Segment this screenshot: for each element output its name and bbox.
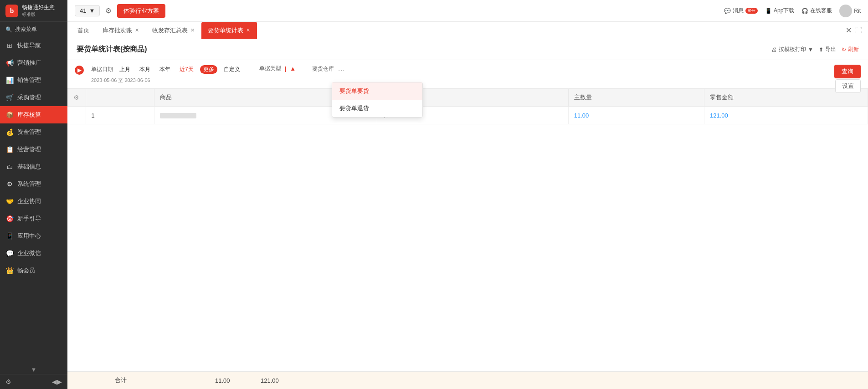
sidebar-item-wechat[interactable]: 💬企业微信 — [0, 245, 67, 262]
store-selector[interactable]: 41 ▼ — [75, 5, 100, 16]
amount-link[interactable]: 121.00 — [710, 112, 728, 119]
message-action[interactable]: 💬 消息 99+ — [724, 7, 758, 15]
page-title: 要货单统计表(按商品) — [77, 45, 147, 54]
date-last-month[interactable]: 上月 — [117, 65, 133, 74]
export-action[interactable]: ⬆ 导出 — [819, 46, 836, 53]
tab-inventory-batch[interactable]: 库存批次账✕ — [96, 22, 146, 39]
column-settings-icon[interactable]: ⚙ — [73, 94, 79, 101]
tab-home[interactable]: 首页 — [71, 22, 96, 39]
type-filter-label: 单据类型 — [259, 65, 281, 72]
headset-icon: 🎧 — [801, 8, 808, 14]
table-body: 1 块 11.00 121.00 — [67, 107, 868, 124]
tab-label-home: 首页 — [77, 26, 89, 35]
export-icon: ⬆ — [819, 46, 823, 53]
col-settings-header: ⚙ — [67, 89, 86, 107]
sidebar-item-purchase[interactable]: 🛒采购管理 — [0, 89, 67, 106]
header-settings-icon[interactable]: ⚙ — [105, 6, 112, 15]
warehouse-more-icon[interactable]: … — [338, 65, 345, 73]
sidebar-item-basic[interactable]: 🗂基础信息 — [0, 158, 67, 175]
date-custom[interactable]: 自定义 — [221, 65, 243, 74]
date-filter-label: 单据日期 — [91, 66, 113, 73]
sidebar-item-sales[interactable]: 📊销售管理 — [0, 72, 67, 89]
tab-receivable-summary[interactable]: 收发存汇总表✕ — [146, 22, 201, 39]
app-download-action[interactable]: 📱 App下载 — [765, 7, 794, 15]
table-row: 1 块 11.00 121.00 — [67, 107, 868, 124]
settings-icon[interactable]: ⚙ — [5, 378, 11, 385]
refresh-action[interactable]: ↻ 刷新 — [842, 46, 859, 53]
sidebar-item-operation[interactable]: 📋经营管理 — [0, 141, 67, 158]
tab-order-summary[interactable]: 要货单统计表✕ — [201, 22, 257, 39]
tab-close-receivable-summary[interactable]: ✕ — [190, 27, 195, 33]
print-action[interactable]: 🖨 按模板打印 ▼ — [771, 46, 813, 53]
tab-close-inventory-batch[interactable]: ✕ — [135, 27, 139, 33]
main-area: 41 ▼ ⚙ 体验行业方案 💬 消息 99+ 📱 App下载 🎧 在线客服 — [67, 0, 868, 389]
window-controls: ✕ ⛶ — [840, 26, 868, 35]
sidebar-footer: ⚙ ◀▶ — [0, 374, 67, 389]
trial-button[interactable]: 体验行业方案 — [117, 4, 165, 18]
sidebar: b 畅捷通好生意 标准版 🔍 搜索菜单 ⊞快捷导航📢营销推广📊销售管理🛒采购管理… — [0, 0, 67, 389]
nav-label-basic: 基础信息 — [17, 163, 41, 171]
collapse-icon[interactable]: ◀▶ — [52, 378, 62, 385]
user-name: Rit — [854, 8, 861, 14]
logo-name: 畅捷通好生意 — [22, 4, 55, 11]
nav-label-guide: 新手引导 — [17, 215, 41, 223]
sidebar-item-appstore[interactable]: 📱应用中心 — [0, 227, 67, 245]
dropdown-item-incoming[interactable]: 要货单要货 — [332, 82, 422, 100]
nav-label-member: 畅会员 — [17, 266, 35, 275]
export-label: 导出 — [825, 46, 836, 53]
date-recent-7[interactable]: 近7天 — [177, 65, 196, 74]
search-menu[interactable]: 🔍 搜索菜单 — [0, 22, 67, 37]
dropdown-item-return[interactable]: 要货单退货 — [332, 100, 422, 117]
col-index-header — [86, 89, 154, 107]
date-this-year[interactable]: 本年 — [157, 65, 173, 74]
query-button[interactable]: 查询 — [834, 65, 861, 78]
sidebar-item-member[interactable]: 👑畅会员 — [0, 262, 67, 279]
tab-label-inventory-batch: 库存批次账 — [103, 26, 132, 35]
support-action[interactable]: 🎧 在线客服 — [801, 7, 832, 15]
maximize-icon[interactable]: ⛶ — [855, 26, 863, 35]
nav-icon-member: 👑 — [5, 266, 14, 275]
sidebar-item-system[interactable]: ⚙系统管理 — [0, 175, 67, 193]
cell-index: 1 — [86, 107, 154, 124]
warehouse-filter-section: 要货仓库 … — [312, 65, 349, 73]
chevron-down-icon: ▼ — [89, 7, 95, 14]
nav-label-purchase: 采购管理 — [17, 93, 41, 102]
sidebar-item-inventory[interactable]: 📦库存核算 — [0, 106, 67, 123]
nav-label-inventory: 库存核算 — [17, 111, 41, 119]
nav-label-sales: 销售管理 — [17, 76, 41, 84]
tab-bar: 首页库存批次账✕收发存汇总表✕要货单统计表✕ ✕ ⛶ — [67, 22, 868, 39]
sidebar-item-enterprise[interactable]: 🤝企业协同 — [0, 193, 67, 210]
minimize-icon[interactable]: ✕ — [846, 26, 852, 35]
sidebar-item-quick-nav[interactable]: ⊞快捷导航 — [0, 37, 67, 54]
sidebar-item-finance[interactable]: 💰资金管理 — [0, 123, 67, 141]
tab-close-order-summary[interactable]: ✕ — [246, 27, 250, 33]
nav-icon-operation: 📋 — [5, 145, 14, 154]
footer-quantity: 11.00 — [210, 377, 255, 384]
nav-label-quick-nav: 快捷导航 — [17, 41, 41, 50]
table-header-row: ⚙ 商品 主计量单位 主数量 零售金额 — [67, 89, 868, 107]
logo-subtitle: 标准版 — [22, 11, 55, 17]
settings-button[interactable]: 设置 — [835, 79, 861, 93]
sidebar-item-marketing[interactable]: 📢营销推广 — [0, 54, 67, 72]
type-filter-divider: | — [285, 65, 287, 72]
nav-icon-guide: 🎯 — [5, 215, 14, 223]
date-this-month[interactable]: 本月 — [137, 65, 153, 74]
message-icon: 💬 — [724, 8, 731, 14]
nav-label-finance: 资金管理 — [17, 128, 41, 136]
print-icon: 🖨 — [771, 46, 777, 53]
quantity-link[interactable]: 11.00 — [574, 112, 589, 119]
date-more[interactable]: 更多 — [200, 65, 217, 74]
footer-amount: 121.00 — [255, 377, 301, 384]
user-area[interactable]: Rit — [839, 5, 861, 17]
app-label: App下载 — [774, 7, 794, 15]
nav-icon-quick-nav: ⊞ — [5, 41, 14, 50]
cell-settings — [67, 107, 86, 124]
nav-label-marketing: 营销推广 — [17, 59, 41, 67]
filter-expand-button[interactable]: ▶ — [75, 66, 84, 75]
nav-icon-basic: 🗂 — [5, 163, 14, 171]
nav-label-enterprise: 企业协同 — [17, 197, 41, 205]
nav-icon-inventory: 📦 — [5, 111, 14, 119]
nav-icon-sales: 📊 — [5, 76, 14, 84]
nav-icon-appstore: 📱 — [5, 232, 14, 240]
sidebar-item-guide[interactable]: 🎯新手引导 — [0, 210, 67, 227]
